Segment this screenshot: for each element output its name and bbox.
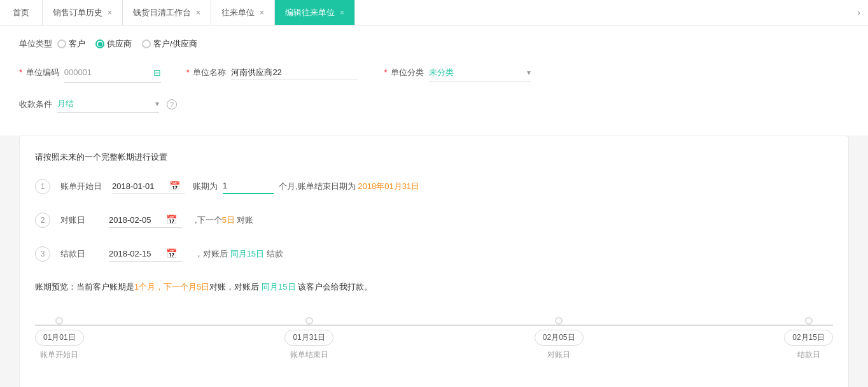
preview-end: 该客户会给我打款。 [298, 282, 372, 292]
tab-counterpart[interactable]: 往来单位 × [211, 0, 275, 25]
unit-name-field: * 单位名称 [186, 65, 359, 80]
unit-category-chevron: ▾ [527, 68, 531, 77]
timeline-dot-0 [55, 317, 63, 325]
row-1-calendar-icon[interactable]: 📅 [169, 181, 180, 191]
timeline-dot-2 [555, 317, 563, 325]
unit-type-radio-group: 客户 供应商 客户/供应商 [57, 38, 197, 50]
payment-terms-help-icon[interactable]: ? [167, 99, 177, 109]
payment-terms-value: 月结 [57, 98, 74, 109]
row-1-period-label: 账期为 [193, 181, 218, 192]
preview-payment: 同月15日 [262, 282, 295, 292]
payment-terms-chevron: ▾ [155, 99, 159, 108]
row-3-date-input[interactable] [109, 249, 166, 258]
radio-both-label: 客户/供应商 [153, 38, 197, 50]
timeline-label-2: 对账日 [547, 349, 570, 360]
row-1-date-wrap: 📅 [112, 178, 185, 194]
tab-counterpart-label: 往来单位 [221, 7, 255, 18]
radio-supplier-circle [95, 39, 104, 48]
unit-code-copy-icon[interactable]: ⊟ [153, 67, 161, 78]
unit-type-label: 单位类型 [19, 38, 52, 50]
unit-code-input-wrap: ⊟ [64, 62, 161, 83]
radio-customer-label: 客户 [69, 38, 85, 50]
tab-home-label: 首页 [13, 7, 29, 18]
tab-counterpart-close[interactable]: × [260, 8, 264, 17]
row-number-3: 3 [35, 246, 50, 262]
tab-scroll-right[interactable]: › [850, 0, 868, 25]
radio-supplier[interactable]: 供应商 [95, 38, 132, 50]
row-2-suffix: ,下一个5日 对账 [195, 215, 253, 226]
row-1-label: 账单开始日 [60, 181, 102, 192]
unit-category-select[interactable]: 未分类 ▾ [429, 64, 531, 81]
settings-card: 请按照未来的一个完整帐期进行设置 1 账单开始日 📅 账期为 个月,账单结束日期… [19, 136, 849, 387]
unit-category-star: * [384, 67, 387, 77]
radio-customer-circle [57, 39, 66, 48]
unit-type-row: 单位类型 客户 供应商 客户/供应商 [19, 38, 849, 50]
preview-1-month: 1个月， [134, 282, 164, 292]
radio-both-circle [142, 39, 151, 48]
unit-category-value: 未分类 [429, 67, 454, 78]
unit-name-label: * 单位名称 [186, 67, 227, 78]
tab-sales-history[interactable]: 销售订单历史 × [43, 0, 123, 25]
unit-category-field: * 单位分类 未分类 ▾ [384, 64, 531, 81]
row-1-period-unit: 个月,账单结束日期为 2018年01月31日 [279, 181, 419, 192]
tab-cash-workbench-close[interactable]: × [196, 8, 200, 17]
row-2-date-wrap: 📅 [109, 212, 182, 228]
settings-row-1: 1 账单开始日 📅 账期为 个月,账单结束日期为 2018年01月31日 [35, 178, 833, 194]
tab-cash-workbench[interactable]: 钱货日清工作台 × [123, 0, 211, 25]
preview-label: 账期预览：当前客户账期是 [35, 282, 134, 292]
unit-info-row: * 单位编码 ⊟ * 单位名称 * 单位分类 未分类 ▾ [19, 62, 849, 83]
tab-edit-counterpart-close[interactable]: × [340, 8, 344, 17]
top-form: 单位类型 客户 供应商 客户/供应商 * 单位编码 [0, 25, 868, 136]
radio-both[interactable]: 客户/供应商 [142, 38, 197, 50]
timeline-points: 01月01日 账单开始日 01月31日 账单结束日 02月05日 对账日 02月… [35, 317, 833, 360]
timeline-point-0: 01月01日 账单开始日 [35, 317, 84, 360]
payment-terms-field: 收款条件 月结 ▾ ? [19, 95, 177, 113]
preview-mid: 对账，对账后 [209, 282, 259, 292]
payment-terms-row: 收款条件 月结 ▾ ? [19, 95, 849, 113]
tab-edit-counterpart[interactable]: 编辑往来单位 × [275, 0, 355, 25]
row-3-date-wrap: 📅 [109, 246, 182, 262]
timeline-label-0: 账单开始日 [40, 349, 78, 360]
row-3-suffix-highlight: 同月15日 [230, 249, 264, 258]
unit-name-input[interactable] [231, 65, 358, 80]
timeline-box-1: 01月31日 [284, 330, 333, 346]
timeline-label-1: 账单结束日 [290, 349, 328, 360]
row-2-suffix-highlight: 5日 [222, 215, 235, 225]
payment-terms-select[interactable]: 月结 ▾ [57, 95, 159, 113]
row-1-period-input[interactable] [223, 178, 274, 194]
row-1-period-end: 2018年01月31日 [358, 181, 419, 191]
preview-reconcile: 下一个月5日 [164, 282, 209, 292]
card-title: 请按照未来的一个完整帐期进行设置 [35, 151, 833, 163]
row-3-calendar-icon[interactable]: 📅 [166, 248, 177, 258]
row-number-1: 1 [35, 179, 50, 194]
row-number-2: 2 [35, 213, 50, 228]
timeline: 01月01日 账单开始日 01月31日 账单结束日 02月05日 对账日 02月… [35, 307, 833, 386]
timeline-point-1: 01月31日 账单结束日 [284, 317, 333, 360]
row-2-calendar-icon[interactable]: 📅 [166, 215, 177, 225]
row-3-suffix: ，对账后 同月15日 结款 [195, 248, 283, 260]
preview-text: 账期预览：当前客户账期是1个月，下一个月5日对账，对账后 同月15日 该客户会给… [35, 279, 833, 294]
settings-row-3: 3 结款日 📅 ，对账后 同月15日 结款 [35, 246, 833, 262]
timeline-box-0: 01月01日 [35, 330, 84, 346]
tab-home[interactable]: 首页 [0, 0, 43, 25]
timeline-box-2: 02月05日 [535, 330, 584, 346]
row-1-date-input[interactable] [112, 181, 169, 191]
row-3-label: 结款日 [60, 248, 99, 260]
unit-code-label: * 单位编码 [19, 67, 59, 78]
timeline-box-3: 02月15日 [784, 330, 833, 346]
timeline-point-3: 02月15日 结款日 [784, 317, 833, 360]
payment-terms-label: 收款条件 [19, 99, 52, 110]
unit-type-field: 单位类型 客户 供应商 客户/供应商 [19, 38, 197, 50]
unit-code-star: * [19, 67, 22, 77]
tab-sales-history-close[interactable]: × [108, 8, 112, 17]
arrow-right-icon: › [857, 7, 860, 18]
timeline-dot-1 [305, 317, 313, 325]
timeline-dot-3 [805, 317, 813, 325]
tab-cash-workbench-label: 钱货日清工作台 [133, 7, 191, 18]
timeline-point-2: 02月05日 对账日 [535, 317, 584, 360]
timeline-label-3: 结款日 [797, 349, 820, 360]
radio-customer[interactable]: 客户 [57, 38, 85, 50]
row-2-date-input[interactable] [109, 215, 166, 225]
unit-code-input[interactable] [64, 65, 153, 80]
unit-name-star: * [186, 67, 190, 77]
